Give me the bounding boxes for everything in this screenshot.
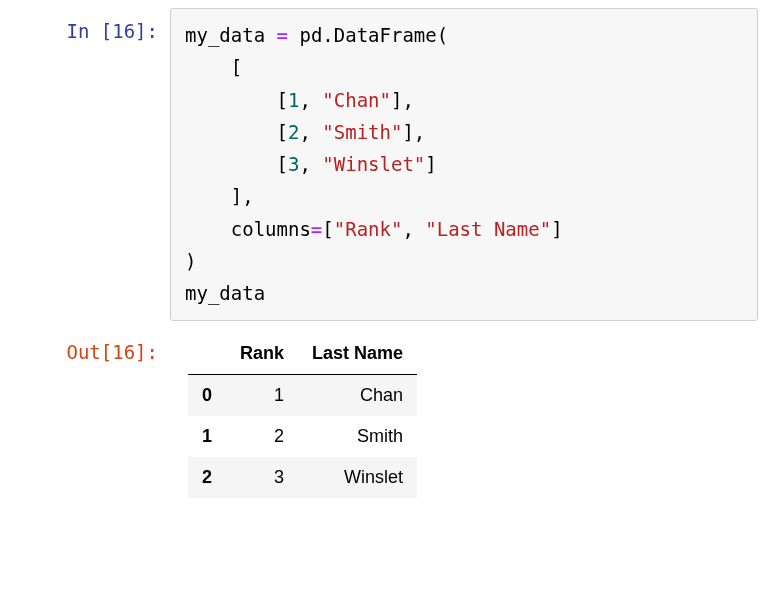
list-close: ], <box>231 185 254 207</box>
str-chan: "Chan" <box>322 89 391 111</box>
comma: , <box>299 153 310 175</box>
table-row: 1 2 Smith <box>188 416 417 457</box>
code-block: my_data = pd.DataFrame( [ [1, "Chan"], [… <box>185 19 743 310</box>
dataframe-table: Rank Last Name 0 1 Chan 1 2 Smith <box>188 333 417 498</box>
cell-rank: 2 <box>226 416 298 457</box>
output-prompt: Out[16]: <box>0 329 170 366</box>
comma: , <box>402 218 413 240</box>
table-head: Rank Last Name <box>188 333 417 375</box>
str-smith: "Smith" <box>322 121 402 143</box>
num-2: 2 <box>288 121 299 143</box>
table-body: 0 1 Chan 1 2 Smith 2 3 Winslet <box>188 374 417 498</box>
table-header-row: Rank Last Name <box>188 333 417 375</box>
row-close: ], <box>402 121 425 143</box>
cell-rank: 3 <box>226 457 298 498</box>
row-open: [ <box>277 153 288 175</box>
col-last-name: Last Name <box>298 333 417 375</box>
list-open: [ <box>322 218 333 240</box>
cell-rank: 1 <box>226 374 298 416</box>
str-rank: "Rank" <box>334 218 403 240</box>
input-cell: In [16]: my_data = pd.DataFrame( [ [1, "… <box>0 8 766 321</box>
row-open: [ <box>277 121 288 143</box>
paren-open: ( <box>437 24 448 46</box>
input-prompt: In [16]: <box>0 8 170 45</box>
kw-columns: columns <box>231 218 311 240</box>
cell-last-name: Chan <box>298 374 417 416</box>
row-open: [ <box>277 89 288 111</box>
row-close: ], <box>391 89 414 111</box>
row-close: ] <box>425 153 436 175</box>
table-row: 0 1 Chan <box>188 374 417 416</box>
notebook: In [16]: my_data = pd.DataFrame( [ [1, "… <box>0 0 766 514</box>
comma: , <box>299 121 310 143</box>
output-area: Rank Last Name 0 1 Chan 1 2 Smith <box>170 329 766 498</box>
var-my_data: my_data <box>185 24 265 46</box>
cell-last-name: Winslet <box>298 457 417 498</box>
output-cell: Out[16]: Rank Last Name 0 1 Chan <box>0 329 766 498</box>
num-1: 1 <box>288 89 299 111</box>
op-eq: = <box>311 218 322 240</box>
table-row: 2 3 Winslet <box>188 457 417 498</box>
row-index: 0 <box>188 374 226 416</box>
comma: , <box>299 89 310 111</box>
list-close: ] <box>551 218 562 240</box>
cell-last-name: Smith <box>298 416 417 457</box>
table-corner <box>188 333 226 375</box>
var-my_data: my_data <box>185 282 265 304</box>
str-last-name: "Last Name" <box>425 218 551 240</box>
call-pd-dataframe: pd.DataFrame <box>299 24 436 46</box>
str-winslet: "Winslet" <box>322 153 425 175</box>
op-assign: = <box>277 24 288 46</box>
row-index: 2 <box>188 457 226 498</box>
code-input-area[interactable]: my_data = pd.DataFrame( [ [1, "Chan"], [… <box>170 8 758 321</box>
col-rank: Rank <box>226 333 298 375</box>
paren-close: ) <box>185 250 196 272</box>
list-open: [ <box>231 56 242 78</box>
num-3: 3 <box>288 153 299 175</box>
row-index: 1 <box>188 416 226 457</box>
